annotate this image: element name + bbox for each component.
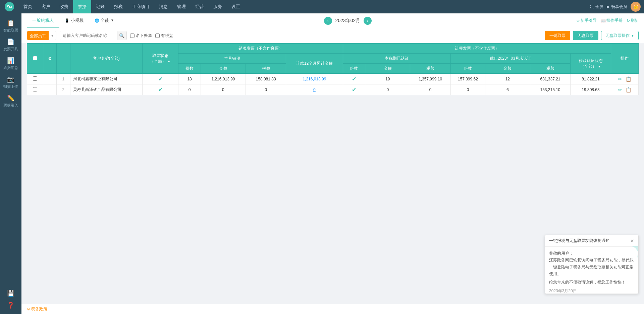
search-input[interactable] (60, 31, 117, 40)
row2-company: 灵寿县尚泽矿产品有限公司 (70, 84, 143, 95)
nav-business[interactable]: 工商项目 (127, 0, 154, 13)
row1-purchase-amount: 1,357,999.10 (410, 74, 450, 84)
nav-service[interactable]: 服务 (209, 0, 227, 13)
row1-purchase-count: 19 (365, 74, 410, 84)
tax-disk-checkbox[interactable]: 有税盘 (155, 33, 173, 39)
nav-home[interactable]: 首页 (19, 0, 37, 13)
select-all-checkbox[interactable] (33, 56, 37, 60)
purchase-status-header: 获取认证状态（全部） ▼ (571, 54, 611, 74)
nav-ticket[interactable]: 票据 (73, 0, 91, 13)
sidebar-label-ticket-entry: 票据录入 (3, 103, 18, 108)
one-click-ticket-button[interactable]: 一键取票 (545, 31, 570, 40)
fullscreen-button[interactable]: ⛶ 全屏 (590, 4, 603, 10)
nav-items: 首页 客户 收费 票据 记账 报税 工商项目 消息 管理 经营 服务 设置 (19, 0, 590, 13)
manual-icon: 📖 (601, 18, 606, 23)
fullscreen-label: 全屏 (595, 4, 603, 10)
row2-cumulative-link[interactable]: 0 (313, 87, 316, 92)
tab-all[interactable]: 🌐 全能 ▼ (89, 13, 119, 28)
guide-label: 新手引导 (581, 18, 597, 23)
row1-cumulative-link[interactable]: 1,216,013.99 (303, 77, 326, 81)
nav-manage[interactable]: 管理 (172, 0, 191, 13)
row2-purchase-status: ✔ (343, 84, 365, 95)
sidebar-label-invoice-issue: 发票开具 (3, 47, 18, 52)
row2-take-status-icon: ✔ (158, 87, 163, 92)
row1-purchase-tax: 157,399.62 (450, 74, 485, 84)
tax-policy-link[interactable]: ⊙ 税务政策 (27, 306, 47, 312)
no-disk-ops-button[interactable]: 无盘取票操作 ▼ (601, 31, 639, 40)
take-status-filter-icon[interactable]: ▼ (167, 60, 171, 63)
tab-general-taxpayer[interactable]: 一般纳税人 (27, 13, 59, 28)
tax-disk-check[interactable] (155, 34, 160, 38)
nav-fee[interactable]: 收费 (55, 0, 73, 13)
refresh-button[interactable]: ↻ 刷新 (627, 18, 639, 23)
tab-small-scale[interactable]: 📱 小规模 (59, 13, 89, 28)
row2-edit-icon[interactable]: ✏ (618, 87, 622, 92)
row2-purchase-amount: 0 (410, 84, 450, 95)
sidebar: 📋 智能取票 📄 发票开具 📊 票据汇总 📷 扫描上传 ✏️ 票据录入 💾 ❓ (0, 13, 21, 314)
row2-unv-amount: 153,215.10 (530, 84, 570, 95)
nav-operation[interactable]: 经营 (191, 0, 209, 13)
sidebar-item-summary[interactable]: 📊 票据汇总 (0, 54, 21, 73)
prev-month-button[interactable]: ‹ (324, 17, 332, 25)
smart-ticket-icon: 📋 (7, 19, 14, 27)
nav-message[interactable]: 消息 (154, 0, 172, 13)
nav-tax[interactable]: 报税 (109, 0, 127, 13)
purchase-unverified-header: 截止2023年03月未认证 (450, 54, 570, 64)
employee-select[interactable]: 全部员工 ▼ (27, 31, 56, 40)
status-bar: ⊙ 税务政策 (21, 304, 644, 314)
notification-closing: 给您带来的不便敬请谅解，祝您工作愉快！ (549, 279, 634, 286)
member-button[interactable]: ▶ 畅享会员 (607, 4, 627, 10)
under-account-checkbox[interactable]: 名下账套 (130, 33, 152, 39)
under-account-check[interactable] (130, 34, 135, 38)
purchase-period-header: 本税期已认证 (343, 54, 450, 64)
row2-checkbox[interactable] (27, 84, 43, 95)
sidebar-item-invoice-issue[interactable]: 📄 发票开具 (0, 36, 21, 54)
tab-all-label: 全能 (101, 13, 109, 28)
nav-settings[interactable]: 设置 (227, 0, 245, 13)
search-button[interactable]: 🔍 (117, 31, 126, 40)
settings-icon[interactable]: ⚙ (48, 56, 52, 61)
toolbar-right-actions: 一键取票 无盘取票 无盘取票操作 ▼ (545, 31, 639, 40)
sidebar-item-scan-upload[interactable]: 📷 扫描上传 (0, 73, 21, 92)
notification-title: 一键报税与无盘取票功能恢复通知 (549, 238, 609, 244)
sidebar-item-smart-ticket[interactable]: 📋 智能取票 (0, 17, 21, 36)
no-disk-ticket-button[interactable]: 无盘取票 (573, 31, 598, 40)
row1-action: ✏ 📋 (611, 74, 638, 84)
sidebar-item-ticket-entry[interactable]: ✏️ 票据录入 (0, 92, 21, 111)
manual-button[interactable]: 📖 操作手册 (601, 18, 623, 23)
all-dropdown-icon: ▼ (111, 13, 114, 28)
next-month-button[interactable]: › (364, 17, 372, 25)
new-user-guide-button[interactable]: ☆ 新手引导 (576, 18, 597, 23)
notification-salutation: 尊敬的用户： (549, 250, 634, 257)
notification-close-button[interactable]: ✕ (630, 238, 634, 244)
row2-action: ✏ 📋 (611, 84, 638, 95)
no-disk-dropdown-icon: ▼ (631, 34, 634, 38)
row1-checkbox[interactable] (27, 74, 43, 84)
row1-view-icon[interactable]: 📋 (626, 76, 631, 82)
scan-upload-icon: 📷 (7, 76, 14, 83)
row1-sales-tax: 158,081.83 (246, 74, 286, 84)
manual-label: 操作手册 (606, 18, 623, 23)
purchase-unv-tax-header: 税额 (530, 64, 570, 74)
row2-settings (43, 84, 57, 95)
row2-view-icon[interactable]: 📋 (626, 87, 631, 92)
fullscreen-icon: ⛶ (590, 4, 594, 9)
guide-icon: ☆ (576, 18, 580, 23)
nav-accounting[interactable]: 记账 (91, 0, 109, 13)
main-table: ⚙ 客户名称(全部) 取票状态（全部） ▼ 销项发票（不含作废票） 进项发票（不… (27, 43, 639, 95)
purchase-status-filter-icon[interactable]: ▼ (598, 65, 601, 68)
user-avatar[interactable]: 🐱 (631, 2, 641, 12)
row1-edit-icon[interactable]: ✏ (618, 76, 622, 82)
cumulative-header: 连续12个月累计金额 (286, 54, 343, 74)
row2-num: 2 (57, 84, 70, 95)
sidebar-bottom-icon1[interactable]: 💾 (5, 288, 16, 299)
row2-purchase-tax: 0 (450, 84, 485, 95)
nav-customer[interactable]: 客户 (37, 0, 55, 13)
row2-purchase-status-icon: ✔ (352, 87, 356, 92)
row1-settings (43, 74, 57, 84)
sidebar-bottom-icon2[interactable]: ❓ (5, 300, 16, 311)
row1-take-status-icon: ✔ (158, 76, 163, 82)
current-month: 2023年02月 (335, 18, 361, 24)
row1-unv-count: 12 (485, 74, 530, 84)
row2-sales-count: 0 (178, 84, 201, 95)
